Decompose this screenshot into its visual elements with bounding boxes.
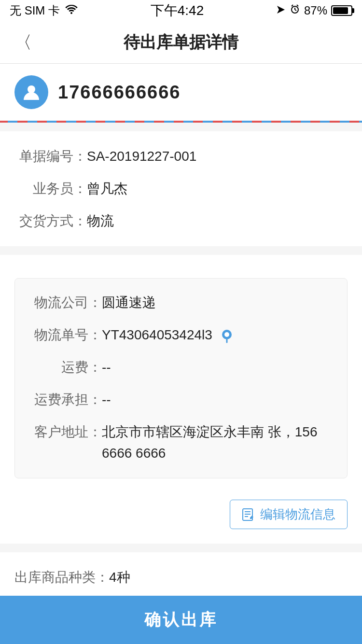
freight-bearer-row: 运费承担： -- — [29, 389, 333, 411]
avatar — [14, 75, 48, 109]
page-title: 待出库单据详情 — [124, 31, 238, 54]
salesperson-label: 业务员： — [14, 178, 87, 200]
time-text: 下午4:42 — [151, 1, 204, 20]
freight-value: -- — [102, 357, 333, 378]
edit-logistics-btn-row: 编辑物流信息 — [14, 488, 348, 529]
freight-bearer-value: -- — [102, 389, 333, 411]
edit-logistics-label: 编辑物流信息 — [260, 506, 335, 523]
logistics-company-value: 圆通速递 — [102, 292, 333, 314]
doc-number-label: 单据编号： — [14, 146, 87, 168]
status-right: 87% — [276, 4, 352, 17]
nav-bar: 〈 待出库单据详情 — [0, 21, 362, 64]
logistics-section: 物流公司： 圆通速递 物流单号： YT43064053424l3 运费： -- — [0, 255, 362, 544]
svg-line-3 — [295, 10, 296, 11]
tracking-number-text: YT43064053424l3 — [102, 324, 212, 346]
confirm-btn-label: 确认出库 — [144, 609, 218, 631]
svg-line-4 — [292, 5, 293, 6]
customer-phone: 17666666666 — [58, 82, 181, 103]
alarm-icon — [290, 4, 300, 17]
freight-bearer-label: 运费承担： — [29, 389, 102, 411]
battery-text: 87% — [304, 4, 327, 17]
back-button[interactable]: 〈 — [14, 34, 32, 51]
doc-number-row: 单据编号： SA-20191227-001 — [14, 146, 348, 168]
logistics-company-row: 物流公司： 圆通速递 — [29, 292, 333, 314]
tracking-number-value: YT43064053424l3 — [102, 324, 333, 346]
status-bar: 无 SIM 卡 下午4:42 87% — [0, 0, 362, 21]
freight-row: 运费： -- — [29, 357, 333, 378]
location-icon — [276, 4, 286, 17]
customer-header: 17666666666 — [0, 64, 362, 123]
svg-point-8 — [224, 332, 229, 337]
wifi-icon — [65, 4, 78, 17]
edit-logistics-button[interactable]: 编辑物流信息 — [230, 500, 348, 529]
doc-number-value: SA-20191227-001 — [87, 146, 348, 168]
address-label: 客户地址： — [29, 421, 102, 443]
track-location-button[interactable] — [218, 327, 236, 344]
address-row: 客户地址： 北京市市辖区海淀区永丰南 张，156 6666 6666 — [29, 421, 333, 465]
carrier-text: 无 SIM 卡 — [10, 3, 60, 18]
delivery-method-row: 交货方式： 物流 — [14, 210, 348, 232]
product-types-label: 出库商品种类： — [14, 567, 109, 588]
delivery-method-label: 交货方式： — [14, 210, 87, 232]
delivery-method-value: 物流 — [87, 210, 348, 232]
svg-point-6 — [28, 85, 35, 93]
product-types-value: 4种 — [109, 567, 348, 588]
confirm-outbound-button[interactable]: 确认出库 — [0, 596, 362, 644]
address-value: 北京市市辖区海淀区永丰南 张，156 6666 6666 — [102, 421, 333, 465]
tracking-number-label: 物流单号： — [29, 324, 102, 346]
svg-marker-0 — [277, 6, 285, 14]
basic-info-section: 单据编号： SA-20191227-001 业务员： 曾凡杰 交货方式： 物流 — [0, 131, 362, 246]
status-left: 无 SIM 卡 — [10, 3, 78, 18]
svg-line-5 — [297, 5, 298, 6]
salesperson-value: 曾凡杰 — [87, 178, 348, 200]
logistics-card: 物流公司： 圆通速递 物流单号： YT43064053424l3 运费： -- — [14, 278, 348, 478]
salesperson-row: 业务员： 曾凡杰 — [14, 178, 348, 200]
product-types-row: 出库商品种类： 4种 — [14, 567, 348, 588]
freight-label: 运费： — [29, 357, 102, 378]
edit-icon — [242, 508, 255, 521]
logistics-company-label: 物流公司： — [29, 292, 102, 314]
tracking-number-row: 物流单号： YT43064053424l3 — [29, 324, 333, 346]
battery-icon — [331, 5, 352, 16]
